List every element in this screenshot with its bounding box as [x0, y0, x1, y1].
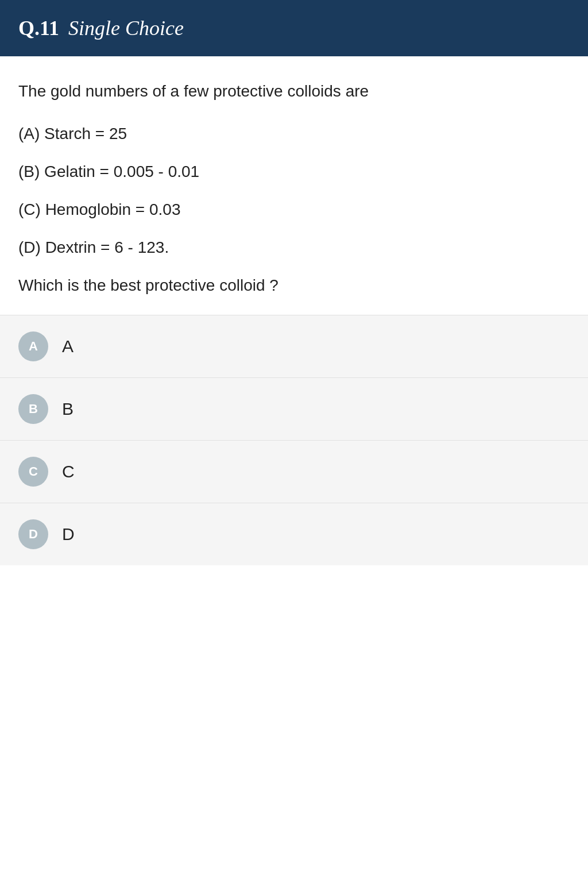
- option-badge-c: C: [18, 457, 48, 487]
- answer-option-a[interactable]: A A: [0, 315, 588, 378]
- option-label-d: D: [62, 525, 75, 544]
- answer-options-container: A A B B C C D D: [0, 315, 588, 565]
- option-label-b: B: [62, 399, 74, 419]
- answer-option-d[interactable]: D D: [0, 503, 588, 565]
- question-option-b: (B) Gelatin = 0.005 - 0.01: [18, 160, 570, 184]
- question-option-d: (D) Dextrin = 6 - 123.: [18, 236, 570, 260]
- question-number: Q.11: [18, 16, 59, 40]
- question-body: The gold numbers of a few protective col…: [0, 56, 588, 315]
- question-option-c: (C) Hemoglobin = 0.03: [18, 198, 570, 222]
- question-intro: The gold numbers of a few protective col…: [18, 79, 570, 103]
- option-badge-b: B: [18, 394, 48, 424]
- option-badge-d: D: [18, 519, 48, 549]
- question-type: Single Choice: [68, 16, 184, 40]
- question-option-a: (A) Starch = 25: [18, 122, 570, 146]
- option-label-a: A: [62, 337, 74, 356]
- option-label-c: C: [62, 462, 75, 481]
- answer-option-b[interactable]: B B: [0, 378, 588, 441]
- question-sub: Which is the best protective colloid ?: [18, 273, 570, 298]
- option-badge-a: A: [18, 331, 48, 361]
- answer-option-c[interactable]: C C: [0, 441, 588, 503]
- question-header: Q.11 Single Choice: [0, 0, 588, 56]
